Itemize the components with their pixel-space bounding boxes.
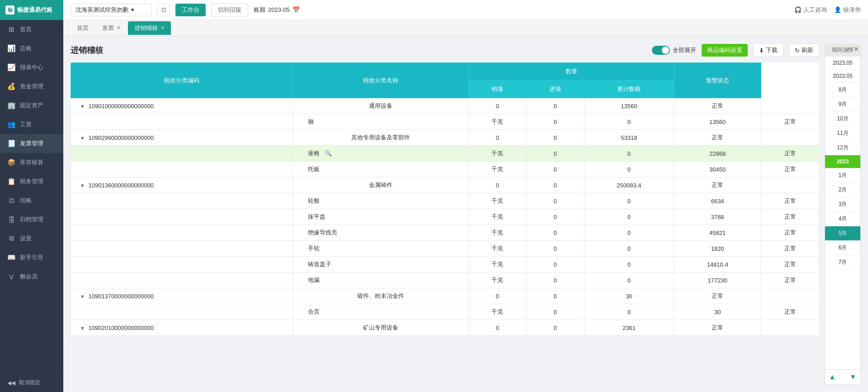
app-name: 畅捷通易代账 bbox=[17, 6, 52, 14]
page-title: 进销稽核 bbox=[71, 45, 103, 56]
period-item-13[interactable]: 6月 bbox=[825, 241, 860, 255]
cell-status: 正常 bbox=[674, 320, 761, 336]
sidebar-item-0[interactable]: ⊞ 首页 bbox=[0, 20, 63, 39]
sidebar-item-13[interactable]: V 畅会员 bbox=[0, 267, 63, 286]
expand-icon[interactable]: ▼ bbox=[80, 183, 85, 188]
cell-code: ▼ 10901370000000000000 bbox=[71, 288, 293, 304]
status-badge: 正常 bbox=[784, 261, 796, 268]
sidebar-item-1[interactable]: 📊 总账 bbox=[0, 39, 63, 58]
table-area: 进销稽核 全部展开 商品编码设置 ⬇ 下载 ↻ 刷新 bbox=[71, 43, 819, 385]
cell-name: 座椅 🔍 bbox=[293, 146, 468, 162]
period-item-3[interactable]: 9月 bbox=[825, 97, 860, 112]
page-content: 进销稽核 全部展开 商品编码设置 ⬇ 下载 ↻ 刷新 bbox=[63, 36, 868, 392]
sidebar-label-11: 设置 bbox=[20, 234, 32, 243]
cell-total: 177230 bbox=[674, 272, 761, 288]
period-item-1[interactable]: 2023.05 bbox=[825, 70, 860, 83]
cell-sales: 0 bbox=[526, 114, 584, 130]
sidebar-label-0: 首页 bbox=[20, 25, 32, 33]
period-item-11[interactable]: 4月 bbox=[825, 212, 860, 226]
cell-sales: 0 bbox=[526, 146, 584, 162]
save-button[interactable]: ⊡ bbox=[157, 4, 170, 16]
cell-status: 正常 bbox=[674, 288, 761, 304]
calendar-icon: 📅 bbox=[292, 6, 300, 13]
cell-purchase: 0 bbox=[584, 257, 674, 272]
refresh-label: 刷新 bbox=[802, 46, 813, 54]
cell-purchase: 0 bbox=[526, 288, 584, 304]
sidebar-item-9[interactable]: ⚖ 结账 bbox=[0, 191, 63, 210]
sidebar-item-7[interactable]: 📦 库存核算 bbox=[0, 153, 63, 172]
cell-name: 矿山专用设备 bbox=[293, 320, 468, 336]
sidebar-label-1: 总账 bbox=[20, 44, 32, 53]
workspace-button[interactable]: 工作台 bbox=[175, 4, 206, 16]
sidebar-item-5[interactable]: 👥 工资 bbox=[0, 115, 63, 134]
tab-reconcile-close[interactable]: ✕ bbox=[160, 25, 165, 31]
period-item-7[interactable]: 2023 bbox=[825, 155, 860, 168]
cell-code: ▼ 10901360000000000000 bbox=[71, 177, 293, 193]
cell-unit: 千克 bbox=[468, 162, 526, 177]
download-btn[interactable]: ⬇ 下载 bbox=[753, 43, 783, 57]
period-item-10[interactable]: 3月 bbox=[825, 197, 860, 212]
cell-code bbox=[71, 257, 293, 272]
cell-name: 轮毂 bbox=[293, 193, 468, 209]
panel-close-btn[interactable]: ✕ bbox=[854, 45, 859, 53]
period-item-0[interactable]: 2023.05 bbox=[825, 57, 860, 70]
sidebar-icon-1: 📊 bbox=[7, 44, 15, 53]
cell-name: 抹平盘 bbox=[293, 209, 468, 225]
panel-expand-btn[interactable]: ⤢ bbox=[845, 45, 851, 53]
logo-icon: 畅 bbox=[5, 5, 14, 14]
period-item-5[interactable]: 11月 bbox=[825, 126, 860, 141]
cell-sales: 0 bbox=[526, 272, 584, 288]
period-prev-btn[interactable]: ▲ bbox=[827, 372, 838, 382]
company-selector[interactable]: 沈海英测试经营勿删 ▾ bbox=[71, 4, 152, 16]
support-btn[interactable]: 🎧 人工咨询 bbox=[794, 6, 827, 14]
period-item-12[interactable]: 5月 bbox=[825, 226, 860, 241]
cell-status: 正常 bbox=[761, 209, 819, 225]
table-row: ▼ 10901360000000000000 金属铸件 0 0 250083.4… bbox=[71, 177, 819, 193]
toggle-expand[interactable]: 全部展开 bbox=[652, 46, 696, 55]
cell-sales: 0 bbox=[526, 225, 584, 241]
toggle-switch[interactable] bbox=[652, 46, 670, 55]
expand-icon[interactable]: ▼ bbox=[80, 294, 85, 299]
tab-invoice[interactable]: 发票 ✕ bbox=[96, 21, 127, 35]
topbar: 沈海英测试经营勿删 ▾ ⊡ 工作台 切到旧版 账期 2023-05 📅 🎧 人工… bbox=[63, 0, 868, 20]
cell-sales: 0 bbox=[526, 241, 584, 257]
tab-reconcile-label: 进销稽核 bbox=[134, 24, 158, 32]
sidebar-item-10[interactable]: 🗄 归档管理 bbox=[0, 210, 63, 229]
sidebar-label-6: 发票管理 bbox=[20, 139, 43, 148]
status-badge: 正常 bbox=[784, 150, 796, 157]
user-info[interactable]: 👤 徐泽华 bbox=[834, 6, 861, 14]
search-icon[interactable]: 🔍 bbox=[325, 150, 332, 157]
sidebar-item-6[interactable]: 🧾 发票管理 bbox=[0, 134, 63, 153]
refresh-btn[interactable]: ↻ 刷新 bbox=[789, 43, 819, 57]
period-item-6[interactable]: 12月 bbox=[825, 141, 860, 155]
row-code-value: 10902990000000000000 bbox=[89, 134, 154, 141]
sidebar-item-4[interactable]: 🏢 固定资产 bbox=[0, 96, 63, 115]
sidebar-item-3[interactable]: 💰 资金管理 bbox=[0, 77, 63, 96]
sidebar-item-11[interactable]: ⚙ 设置 bbox=[0, 229, 63, 248]
period-item-9[interactable]: 2月 bbox=[825, 183, 860, 197]
cell-total: 1820 bbox=[674, 241, 761, 257]
period-item-2[interactable]: 8月 bbox=[825, 83, 860, 97]
expand-icon[interactable]: ▼ bbox=[80, 325, 85, 331]
sidebar-item-2[interactable]: 📈 报表中心 bbox=[0, 58, 63, 77]
period-next-btn[interactable]: ▼ bbox=[848, 372, 859, 382]
expand-icon[interactable]: ▼ bbox=[80, 104, 85, 109]
switch-version-button[interactable]: 切到旧版 bbox=[211, 3, 248, 17]
table-row: 抹平盘 千克 0 0 3768 正常 bbox=[71, 209, 819, 225]
cell-total: 250083.4 bbox=[584, 177, 674, 193]
cell-purchase: 0 bbox=[526, 130, 584, 146]
cell-sales: 0 bbox=[468, 130, 526, 146]
tab-reconcile[interactable]: 进销稽核 ✕ bbox=[128, 21, 171, 35]
cell-status: 正常 bbox=[761, 193, 819, 209]
period-item-8[interactable]: 1月 bbox=[825, 168, 860, 183]
expand-icon[interactable]: ▼ bbox=[80, 135, 85, 141]
sidebar-item-12[interactable]: 📖 新手引导 bbox=[0, 248, 63, 267]
sidebar-item-8[interactable]: 📋 税务管理 bbox=[0, 172, 63, 191]
period-item-14[interactable]: 7月 bbox=[825, 255, 860, 270]
period-item-4[interactable]: 10月 bbox=[825, 112, 860, 126]
product-code-btn[interactable]: 商品编码设置 bbox=[702, 44, 748, 57]
tab-invoice-close[interactable]: ✕ bbox=[117, 25, 121, 31]
period-selector[interactable]: 账期 2023-05 📅 bbox=[254, 6, 300, 14]
unpin-btn[interactable]: ◀◀ 取消固定 bbox=[0, 373, 63, 392]
tab-home[interactable]: 首页 bbox=[71, 21, 95, 35]
